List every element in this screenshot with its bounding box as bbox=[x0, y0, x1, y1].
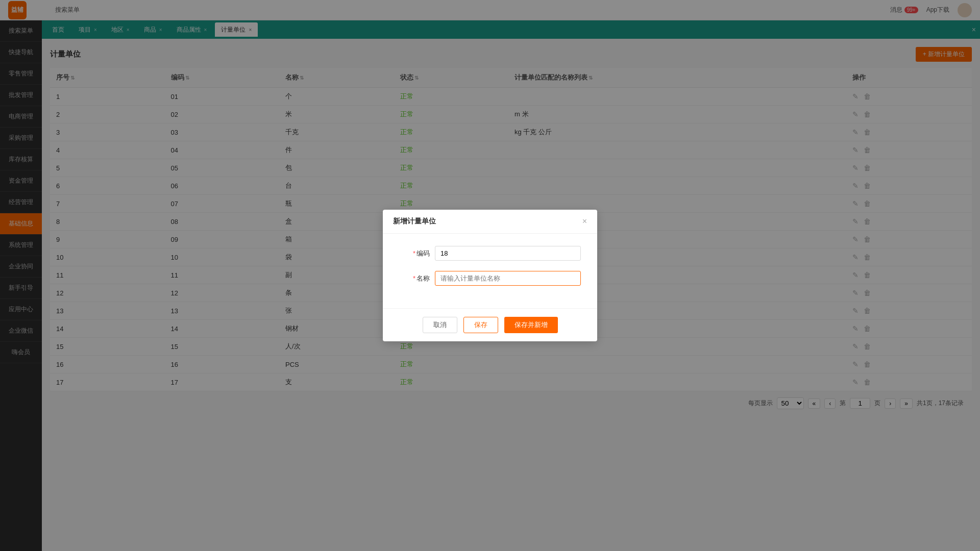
modal-header: 新增计量单位 × bbox=[383, 210, 597, 234]
code-label: *编码 bbox=[399, 249, 430, 258]
save-and-new-button[interactable]: 保存并新增 bbox=[504, 317, 558, 333]
code-required-mark: * bbox=[413, 249, 415, 257]
modal-body: *编码 *名称 bbox=[383, 234, 597, 308]
modal-overlay: 新增计量单位 × *编码 *名称 取消 保存 保存并新增 bbox=[0, 0, 980, 551]
code-input[interactable] bbox=[435, 246, 581, 261]
save-button[interactable]: 保存 bbox=[463, 317, 498, 333]
name-label: *名称 bbox=[399, 274, 430, 283]
name-input[interactable] bbox=[435, 271, 581, 286]
name-required-mark: * bbox=[413, 274, 415, 282]
modal-title: 新增计量单位 bbox=[393, 217, 436, 226]
modal-close-icon[interactable]: × bbox=[582, 217, 587, 226]
modal-footer: 取消 保存 保存并新增 bbox=[383, 308, 597, 341]
code-form-row: *编码 bbox=[399, 246, 581, 261]
add-unit-modal: 新增计量单位 × *编码 *名称 取消 保存 保存并新增 bbox=[383, 210, 597, 341]
cancel-button[interactable]: 取消 bbox=[423, 317, 457, 333]
name-form-row: *名称 bbox=[399, 271, 581, 286]
